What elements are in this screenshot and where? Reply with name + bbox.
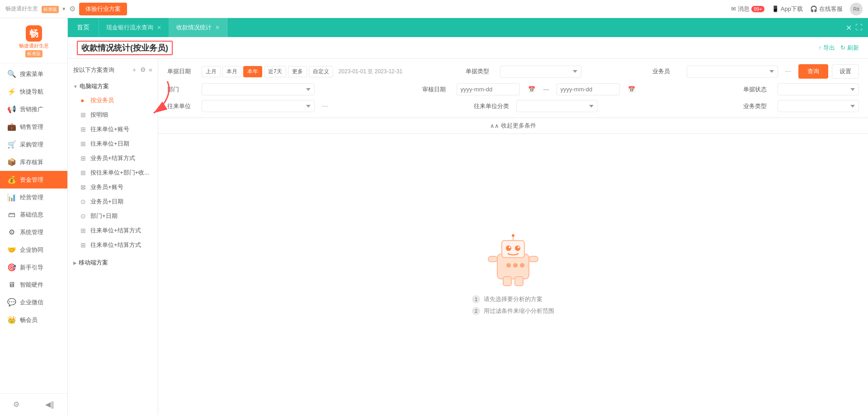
date-btn-7days[interactable]: 近7天 xyxy=(264,66,286,77)
sidebar-item-inventory[interactable]: 📦 库存核算 xyxy=(0,153,67,171)
sidebar-item-hardware[interactable]: 🖥 智能硬件 xyxy=(0,276,67,293)
online-service-item[interactable]: 🎧 在线客服 xyxy=(810,5,843,13)
user-avatar[interactable]: Rit xyxy=(850,3,863,15)
sidebar-item-search[interactable]: 🔍 搜索菜单 xyxy=(0,65,67,83)
settings-button[interactable]: 设置 xyxy=(832,64,859,79)
svg-point-11 xyxy=(513,263,518,268)
logo-icon: 畅 xyxy=(26,25,42,42)
scheme-item-counterpart-settlement1[interactable]: ⊞ 往来单位+结算方式 xyxy=(68,223,158,238)
filter-row-3: 往来单位 ··· 往来单位分类 业务类型 xyxy=(167,100,859,112)
collapse-sidebar-icon[interactable]: ◀‖ xyxy=(42,397,57,411)
export-button[interactable]: ↑ 导出 xyxy=(819,44,835,52)
scheme-item-salesperson-date[interactable]: ⊙ 业务员+日期 xyxy=(68,194,158,209)
business-type-select[interactable] xyxy=(778,100,859,112)
sidebar-item-wechat[interactable]: 💬 企业微信 xyxy=(0,293,67,311)
sidebar-label-hardware: 智能硬件 xyxy=(20,281,43,289)
collapse-bar[interactable]: ∧∧ 收起更多条件 xyxy=(158,118,868,134)
sidebar-label-collab: 企业协同 xyxy=(20,246,43,254)
scheme-item-by-salesperson[interactable]: ● 按业务员 xyxy=(68,93,158,108)
sidebar-item-finance[interactable]: 💰 资金管理 xyxy=(0,171,67,189)
content-area: 首页 现金银行流水查询 ✕ 收款情况统计 ✕ ✕ ⛶ 收款情况统计(按业务员) … xyxy=(68,18,868,415)
scheme-item-counterpart-settlement2[interactable]: ⊞ 往来单位+结算方式 xyxy=(68,238,158,252)
scheme-settings-icon[interactable]: ⚙ xyxy=(140,66,146,74)
dept-label: 部门 xyxy=(167,85,194,94)
settings-bottom-icon[interactable]: ⚙ xyxy=(10,397,22,411)
date-range-text: 2023-01-01 至 2023-12-31 xyxy=(339,68,402,75)
scheme-label-detail: 按明细 xyxy=(90,111,108,119)
scheme-item-dept-date[interactable]: ⊙ 部门+日期 xyxy=(68,209,158,223)
service-icon: 🎧 xyxy=(810,5,817,12)
date-btn-this-year[interactable]: 本年 xyxy=(243,66,262,77)
main-layout: 畅 畅捷通好生意 标准版 🔍 搜索菜单 ⚡ 快捷导航 📢 营销推广 💼 销售管理… xyxy=(0,18,868,415)
date-btn-custom[interactable]: 自定义 xyxy=(309,66,333,77)
mobile-group-header[interactable]: ▶ 移动端方案 xyxy=(68,256,158,269)
maximize-icon[interactable]: ⛶ xyxy=(855,24,863,32)
scheme-label-salesperson: 按业务员 xyxy=(90,96,114,104)
calendar-from-icon[interactable]: 📅 xyxy=(528,86,535,93)
audit-date-from[interactable] xyxy=(457,83,520,95)
sidebar-item-basic[interactable]: 🗃 基础信息 xyxy=(0,206,67,223)
chevron-down-icon[interactable]: ▾ xyxy=(62,5,66,12)
sidebar-item-guide[interactable]: 🎯 新手引导 xyxy=(0,259,67,276)
status-select[interactable] xyxy=(778,83,859,95)
sidebar-item-sales[interactable]: 💼 销售管理 xyxy=(0,118,67,136)
add-scheme-icon[interactable]: ＋ xyxy=(131,66,137,74)
top-bar: 畅捷通好生意 标准版 ▾ ⚙ 体验行业方案 ✉ 消息 99+ 📱 App下载 🎧… xyxy=(0,0,868,18)
purchase-icon: 🛒 xyxy=(7,140,16,149)
sidebar-item-member[interactable]: 👑 畅会员 xyxy=(0,311,67,329)
desktop-scheme-group: ▼ 电脑端方案 ● 按业务员 ⊞ 按明细 ⊞ 往来单位+账号 xyxy=(68,78,158,254)
collapse-panel-icon[interactable]: « xyxy=(149,66,152,74)
scheme-item-counterpart-date[interactable]: ⊞ 往来单位+日期 xyxy=(68,137,158,151)
counterpart-category-select[interactable] xyxy=(516,100,598,112)
sidebar-item-management[interactable]: 📊 经营管理 xyxy=(0,189,67,206)
message-item[interactable]: ✉ 消息 99+ xyxy=(731,5,764,13)
dept-select[interactable] xyxy=(202,83,315,95)
sidebar-item-marketing[interactable]: 📢 营销推广 xyxy=(0,100,67,118)
mobile-group-arrow: ▶ xyxy=(73,260,77,265)
sidebar: 畅 畅捷通好生意 标准版 🔍 搜索菜单 ⚡ 快捷导航 📢 营销推广 💼 销售管理… xyxy=(0,18,68,415)
scheme-item-salesperson-settlement[interactable]: ⊞ 业务员+结算方式 xyxy=(68,151,158,165)
date-btn-last-month[interactable]: 上月 xyxy=(202,66,221,77)
sales-icon: 💼 xyxy=(7,123,16,131)
audit-label: 审核日期 xyxy=(422,85,449,94)
edition-tag: 标准版 xyxy=(42,6,59,13)
desktop-group-header[interactable]: ▼ 电脑端方案 xyxy=(68,80,158,93)
tab-bank-query[interactable]: 现金银行流水查询 ✕ xyxy=(99,18,169,37)
tab-bar: 首页 现金银行流水查询 ✕ 收款情况统计 ✕ ✕ ⛶ xyxy=(68,18,868,37)
date-btn-this-month[interactable]: 本月 xyxy=(222,66,241,77)
scheme-item-detail[interactable]: ⊞ 按明细 xyxy=(68,108,158,122)
tab-receipt-close-icon[interactable]: ✕ xyxy=(215,24,220,31)
mobile-scheme-group: ▶ 移动端方案 xyxy=(68,254,158,271)
tab-receipt-stats[interactable]: 收款情况统计 ✕ xyxy=(169,18,227,37)
hardware-icon: 🖥 xyxy=(7,281,16,289)
audit-date-to[interactable] xyxy=(557,83,620,95)
date-btn-more[interactable]: 更多 xyxy=(288,66,307,77)
counterpart-select[interactable] xyxy=(202,100,315,112)
svg-point-2 xyxy=(506,245,511,251)
tab-bank-close-icon[interactable]: ✕ xyxy=(157,24,161,31)
query-button[interactable]: 查询 xyxy=(798,64,828,79)
close-window-icon[interactable]: ✕ xyxy=(846,24,852,32)
tip-item-2: 2 用过滤条件来缩小分析范围 xyxy=(472,307,554,315)
salesperson-input[interactable] xyxy=(687,66,778,78)
gear-icon[interactable]: ⚙ xyxy=(69,5,75,13)
scheme-item-counterpart-account[interactable]: ⊞ 往来单位+账号 xyxy=(68,122,158,137)
scheme-item-complex[interactable]: ⊞ 按往来单位+部门+收... xyxy=(68,165,158,180)
sidebar-item-purchase[interactable]: 🛒 采购管理 xyxy=(0,136,67,153)
refresh-button[interactable]: ↻ 刷新 xyxy=(840,44,859,52)
sidebar-item-collab[interactable]: 🤝 企业协同 xyxy=(0,241,67,259)
tip-item-1: 1 请先选择要分析的方案 xyxy=(472,295,554,303)
sidebar-item-system[interactable]: ⚙ 系统管理 xyxy=(0,223,67,241)
tab-home[interactable]: 首页 xyxy=(68,18,99,37)
calendar-to-icon[interactable]: 📅 xyxy=(628,86,635,93)
salesperson-more-icon[interactable]: ··· xyxy=(785,67,791,75)
app-download-item[interactable]: 📱 App下载 xyxy=(772,5,803,13)
type-select[interactable] xyxy=(500,66,581,78)
scheme-label-complex: 按往来单位+部门+收... xyxy=(90,169,149,177)
top-bar-right: ✉ 消息 99+ 📱 App下载 🎧 在线客服 Rit xyxy=(731,3,863,15)
sidebar-item-shortcut[interactable]: ⚡ 快捷导航 xyxy=(0,83,67,100)
trial-button[interactable]: 体验行业方案 xyxy=(79,3,127,15)
counterpart-more-icon[interactable]: ··· xyxy=(322,102,328,110)
empty-state: 1 请先选择要分析的方案 2 用过滤条件来缩小分析范围 xyxy=(472,234,554,315)
scheme-item-salesperson-account[interactable]: ⊠ 业务员+账号 xyxy=(68,180,158,194)
